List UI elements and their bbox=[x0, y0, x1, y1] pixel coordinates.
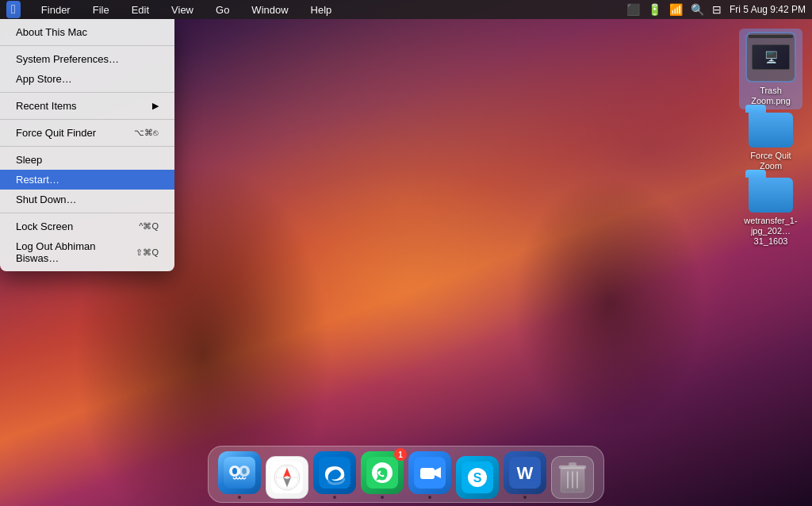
datetime: Fri 5 Aug 9:42 PM bbox=[730, 4, 806, 15]
svg-text:S: S bbox=[473, 471, 482, 485]
menu-forcequit-label: Force Quit Finder bbox=[16, 127, 96, 139]
airplay-icon[interactable]: ⬛ bbox=[626, 3, 640, 16]
menu-logout-label: Log Out Abhiman Biswas… bbox=[16, 240, 136, 264]
dock-dot-edge bbox=[333, 496, 336, 499]
menubar-file[interactable]: File bbox=[88, 2, 114, 17]
dock-dot-finder bbox=[238, 496, 241, 499]
apple-menu-dropdown: About This Mac System Preferences… App S… bbox=[0, 19, 174, 271]
svg-rect-25 bbox=[569, 462, 576, 466]
menubar-view[interactable]: View bbox=[167, 2, 198, 17]
menu-shutdown[interactable]: Shut Down… bbox=[0, 190, 174, 209]
menu-separator-3 bbox=[0, 119, 174, 120]
wetransfer-folder-icon bbox=[745, 162, 796, 213]
menubar-right: ⬛ 🔋 📶 🔍 ⊟ Fri 5 Aug 9:42 PM bbox=[626, 3, 806, 16]
dock-item-word[interactable]: W bbox=[504, 451, 546, 499]
menu-forcequit[interactable]: Force Quit Finder ⌥⌘⎋ bbox=[0, 123, 174, 143]
menu-recent-label: Recent Items bbox=[16, 100, 77, 112]
menubar-finder[interactable]: Finder bbox=[36, 2, 75, 17]
menu-recent-items[interactable]: Recent Items ▶ bbox=[0, 96, 174, 116]
dock-item-zoom[interactable] bbox=[408, 451, 451, 499]
control-center-icon[interactable]: ⊟ bbox=[712, 3, 722, 16]
dock-icon-skype: S bbox=[456, 456, 499, 499]
wifi-icon[interactable]: 📶 bbox=[669, 3, 683, 16]
battery-icon[interactable]: 🔋 bbox=[648, 3, 661, 16]
dock-icon-edge bbox=[313, 451, 356, 494]
svg-point-4 bbox=[242, 468, 247, 474]
dock: 1 S bbox=[208, 446, 604, 503]
dock-item-finder[interactable] bbox=[218, 451, 261, 499]
screenshot-bar bbox=[749, 35, 793, 38]
logout-shortcut: ⇧⌘Q bbox=[136, 247, 159, 258]
dock-icon-whatsapp: 1 bbox=[361, 451, 404, 494]
dock-dot-word bbox=[523, 496, 527, 499]
svg-rect-16 bbox=[420, 468, 435, 479]
menu-shutdown-label: Shut Down… bbox=[16, 194, 77, 205]
folder-tab bbox=[745, 105, 766, 113]
svg-text:W: W bbox=[517, 463, 534, 483]
dock-icon-safari bbox=[266, 456, 308, 499]
dock-icon-trash bbox=[551, 456, 594, 499]
menu-lockscreen-label: Lock Screen bbox=[16, 220, 73, 232]
dock-icon-zoom bbox=[408, 451, 451, 494]
whatsapp-badge: 1 bbox=[394, 448, 407, 461]
menu-sleep-label: Sleep bbox=[16, 154, 42, 166]
menubar-go[interactable]: Go bbox=[211, 2, 234, 17]
search-icon[interactable]: 🔍 bbox=[691, 3, 704, 16]
dock-item-whatsapp[interactable]: 1 bbox=[361, 451, 404, 499]
menu-separator-1 bbox=[0, 45, 174, 46]
menu-separator-5 bbox=[0, 213, 174, 213]
menu-restart[interactable]: Restart… bbox=[0, 170, 174, 190]
menu-about[interactable]: About This Mac bbox=[0, 22, 174, 42]
dock-dot-zoom bbox=[428, 496, 431, 499]
dock-icon-word: W bbox=[504, 451, 546, 494]
dock-item-skype[interactable]: S bbox=[456, 456, 499, 499]
desktop:  Finder File Edit View Go Window Help ⬛… bbox=[0, 0, 812, 506]
apple-icon:  bbox=[11, 2, 16, 16]
menu-separator-4 bbox=[0, 146, 174, 147]
menu-lockscreen[interactable]: Lock Screen ^⌘Q bbox=[0, 217, 174, 236]
menubar-left:  Finder File Edit View Go Window Help bbox=[6, 1, 336, 18]
menu-logout[interactable]: Log Out Abhiman Biswas… ⇧⌘Q bbox=[0, 236, 174, 268]
menu-appstore-label: App Store… bbox=[16, 73, 72, 85]
submenu-arrow-icon: ▶ bbox=[152, 101, 159, 111]
lockscreen-shortcut: ^⌘Q bbox=[139, 221, 159, 232]
apple-menu-button[interactable]:  bbox=[6, 1, 21, 18]
menu-preferences-label: System Preferences… bbox=[16, 53, 119, 65]
wetransfer-label: wetransfer_1-jpg_202…31_1603 bbox=[742, 216, 799, 247]
menubar-help[interactable]: Help bbox=[306, 2, 337, 17]
dock-item-edge[interactable] bbox=[313, 451, 356, 499]
folder-body-2 bbox=[749, 178, 793, 213]
folder-tab-2 bbox=[745, 170, 766, 178]
dock-item-safari[interactable] bbox=[266, 456, 308, 499]
trash-zoom-thumbnail: 🖥️ bbox=[745, 32, 796, 82]
forcequit-shortcut: ⌥⌘⎋ bbox=[134, 128, 159, 138]
screenshot-inner: 🖥️ bbox=[752, 44, 790, 70]
svg-point-3 bbox=[232, 468, 237, 474]
dock-item-trash[interactable] bbox=[551, 456, 594, 499]
menubar-edit[interactable]: Edit bbox=[127, 2, 154, 17]
menubar-window[interactable]: Window bbox=[247, 2, 293, 17]
menu-sleep[interactable]: Sleep bbox=[0, 150, 174, 170]
force-quit-folder-icon bbox=[745, 97, 796, 148]
menu-about-label: About This Mac bbox=[16, 26, 87, 38]
dock-dot-whatsapp bbox=[381, 496, 384, 499]
menubar:  Finder File Edit View Go Window Help ⬛… bbox=[0, 0, 812, 19]
menu-separator-2 bbox=[0, 92, 174, 93]
folder-body bbox=[749, 113, 793, 148]
menu-preferences[interactable]: System Preferences… bbox=[0, 49, 174, 69]
dock-icon-finder bbox=[218, 451, 261, 494]
menu-appstore[interactable]: App Store… bbox=[0, 69, 174, 89]
desktop-icon-wetransfer[interactable]: wetransfer_1-jpg_202…31_1603 bbox=[739, 159, 802, 251]
menu-restart-label: Restart… bbox=[16, 174, 59, 186]
